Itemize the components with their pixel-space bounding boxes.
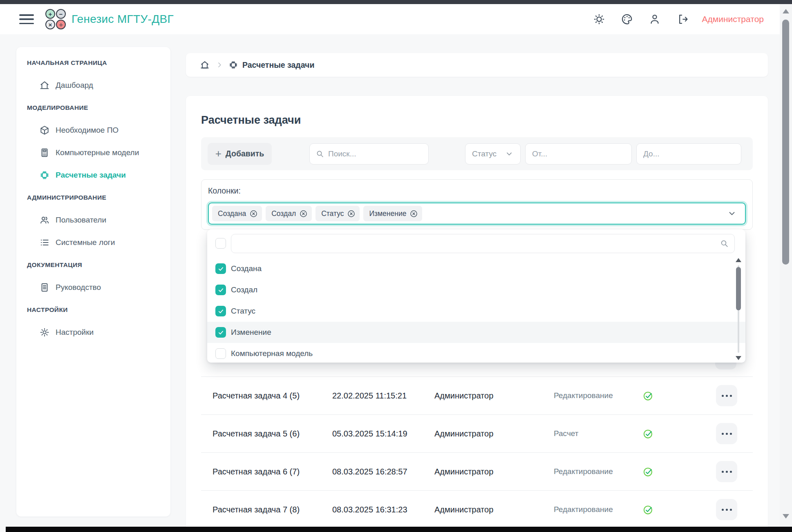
cube-icon [39, 125, 50, 136]
remove-chip-icon[interactable] [249, 209, 258, 218]
checkbox-unchecked[interactable] [215, 348, 226, 359]
logout-icon[interactable] [676, 13, 689, 25]
check-circle-icon [642, 466, 716, 477]
plus-icon: + [215, 148, 221, 159]
remove-chip-icon[interactable] [347, 209, 356, 218]
users-icon [39, 215, 50, 225]
breadcrumb-current-page[interactable]: Расчетные задачи [242, 60, 314, 70]
palette-icon[interactable] [621, 13, 633, 25]
table-row[interactable]: Расчетная задача 7 (8) 08.03.2025 16:31:… [201, 490, 753, 528]
chip-label: Изменение [369, 209, 406, 218]
task-created: 05.03.2025 15:14:19 [332, 429, 434, 439]
sidebar-item-required-software[interactable]: Необходимое ПО [16, 119, 170, 141]
search-icon [315, 149, 324, 158]
logo-multiply-circle: × [45, 20, 55, 29]
theme-sun-icon[interactable] [593, 13, 605, 25]
sidebar-item-users[interactable]: Пользователи [16, 209, 170, 231]
chevron-down-icon[interactable] [727, 209, 737, 218]
user-role-label[interactable]: Администратор [702, 14, 764, 24]
tasks-table: Расчетная задача 4 (5) 22.02.2025 11:15:… [201, 376, 753, 529]
browser-scrollbar[interactable] [780, 4, 792, 527]
app-logo: + − × ÷ [45, 9, 66, 29]
task-name: Расчетная задача 7 (8) [213, 505, 332, 514]
menu-toggle-button[interactable] [19, 13, 34, 25]
sidebar-item-label: Настройки [56, 328, 94, 337]
columns-multiselect[interactable]: Создана Создал Статус Изменение [208, 203, 746, 225]
scroll-up-arrow[interactable] [783, 9, 789, 13]
status-select-value: Статус [472, 149, 497, 158]
sidebar-item-dashboard[interactable]: Дашбоард [16, 74, 170, 96]
task-created: 08.03.2025 16:28:57 [332, 467, 434, 476]
user-icon[interactable] [649, 13, 661, 25]
remove-chip-icon[interactable] [299, 209, 308, 218]
checkbox-checked[interactable] [215, 263, 226, 274]
add-button[interactable]: + Добавить [208, 143, 272, 165]
dropdown-search-field [231, 234, 735, 253]
task-author: Администратор [434, 429, 554, 439]
remove-chip-icon[interactable] [409, 209, 418, 218]
dropdown-option[interactable]: Компьютерная модель [207, 343, 745, 363]
sidebar-item-label: Необходимое ПО [56, 126, 119, 135]
sidebar-item-manual[interactable]: Руководство [16, 276, 170, 298]
sidebar-item-calculation-tasks[interactable]: Расчетные задачи [16, 164, 170, 186]
logo-minus-circle: − [56, 9, 66, 19]
search-input[interactable] [328, 149, 423, 158]
search-field [309, 143, 429, 165]
calculator-icon [39, 147, 50, 158]
task-created: 22.02.2025 11:15:21 [332, 391, 434, 401]
checkbox-checked[interactable] [215, 327, 226, 338]
dropdown-search-input[interactable] [237, 239, 720, 248]
window-bottom-edge [6, 527, 792, 532]
column-chip: Создана [212, 206, 262, 221]
task-status: Редактирование [554, 467, 642, 476]
scroll-up-arrow[interactable] [736, 258, 741, 262]
status-select[interactable]: Статус [465, 143, 521, 165]
row-actions-button[interactable] [716, 423, 737, 444]
chip-label: Создал [271, 209, 296, 218]
document-icon [39, 282, 50, 293]
table-row[interactable]: Расчетная задача 4 (5) 22.02.2025 11:15:… [201, 376, 753, 414]
checkbox-checked[interactable] [215, 285, 226, 295]
columns-label: Колонки: [208, 186, 241, 196]
scroll-down-arrow[interactable] [736, 356, 741, 360]
search-icon [720, 239, 729, 248]
dropdown-scrollbar[interactable] [736, 258, 741, 360]
dropdown-option[interactable]: Создал [207, 279, 745, 301]
sidebar-item-computer-models[interactable]: Компьютерные модели [16, 141, 170, 164]
sidebar-item-system-logs[interactable]: Системные логи [16, 231, 170, 254]
row-actions-button[interactable] [716, 385, 737, 406]
app-screen: + − × ÷ Генезис МГТУ-ДВГ Администратор Н… [0, 0, 792, 532]
row-actions-button[interactable] [716, 499, 737, 520]
sidebar-item-label: Системные логи [56, 238, 115, 247]
scroll-down-arrow[interactable] [783, 514, 789, 519]
scrollbar-thumb[interactable] [736, 267, 741, 310]
page-title: Расчетные задачи [201, 114, 301, 127]
date-from-input[interactable] [532, 149, 625, 158]
sidebar-section-modeling: МОДЕЛИРОВАНИЕ [16, 96, 170, 119]
list-icon [39, 237, 50, 248]
option-label: Изменение [231, 328, 271, 337]
sidebar-item-label: Дашбоард [56, 81, 93, 90]
date-to-field [636, 143, 741, 165]
date-to-input[interactable] [643, 149, 734, 158]
dropdown-option[interactable]: Изменение [207, 322, 745, 343]
task-author: Администратор [434, 505, 554, 514]
table-row[interactable]: Расчетная задача 5 (6) 05.03.2025 15:14:… [201, 414, 753, 452]
home-icon[interactable] [200, 60, 210, 70]
checkbox-checked[interactable] [215, 306, 226, 316]
chevron-down-icon [505, 149, 514, 158]
dropdown-option[interactable]: Создана [207, 258, 745, 279]
chip-label: Создана [218, 209, 246, 218]
check-circle-icon [642, 504, 716, 515]
dropdown-option[interactable]: Статус [207, 301, 745, 322]
select-all-checkbox[interactable] [215, 238, 226, 249]
task-author: Администратор [434, 391, 554, 401]
sidebar-item-label: Расчетные задачи [56, 171, 126, 180]
filters-toolbar: + Добавить Статус [201, 137, 753, 170]
column-chip: Изменение [363, 206, 422, 221]
home-icon [39, 80, 50, 91]
scrollbar-thumb[interactable] [782, 20, 789, 265]
sidebar-item-settings[interactable]: Настройки [16, 321, 170, 343]
table-row[interactable]: Расчетная задача 6 (7) 08.03.2025 16:28:… [201, 452, 753, 490]
row-actions-button[interactable] [716, 461, 737, 482]
